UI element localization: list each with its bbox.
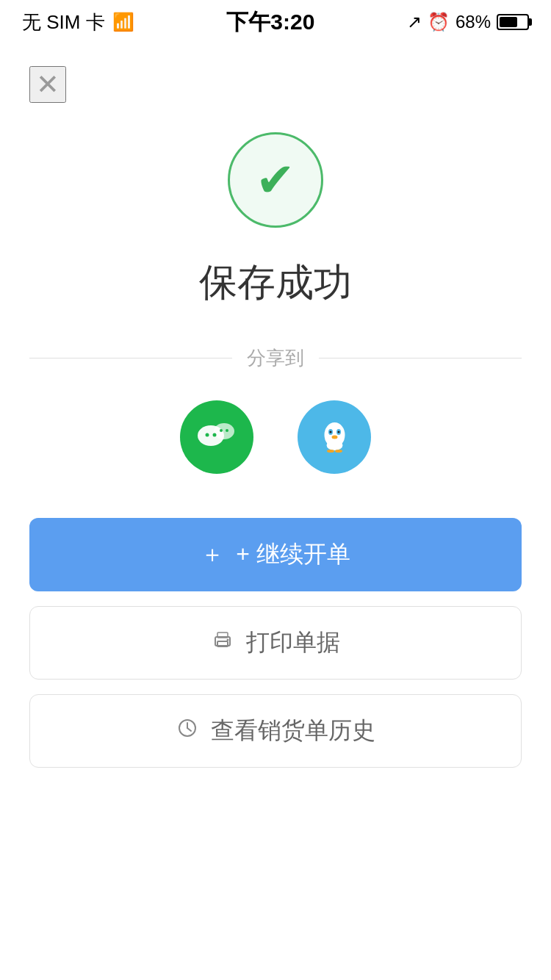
svg-point-18	[227, 639, 229, 641]
divider-left	[29, 358, 232, 359]
action-buttons: ＋ + 继续开单 打印单据	[29, 518, 522, 768]
wechat-share-button[interactable]	[180, 400, 253, 474]
success-title: 保存成功	[199, 257, 352, 309]
close-icon: ✕	[36, 68, 60, 101]
share-icons	[180, 400, 371, 474]
history-label: 查看销货单历史	[211, 715, 375, 747]
checkmark-icon: ✔	[256, 156, 295, 203]
share-divider: 分享到	[29, 345, 522, 371]
carrier-text: 无 SIM 卡	[22, 10, 105, 35]
svg-point-10	[337, 430, 339, 433]
battery-icon	[497, 14, 529, 30]
status-left: 无 SIM 卡 📶	[22, 10, 134, 35]
svg-point-11	[331, 435, 337, 439]
share-label: 分享到	[247, 345, 304, 371]
check-circle: ✔	[228, 132, 323, 228]
divider-right	[319, 358, 522, 359]
svg-point-2	[206, 433, 209, 437]
svg-point-12	[326, 440, 342, 450]
time-display: 下午3:20	[226, 7, 314, 37]
status-right: ↗ ⏰ 68%	[407, 12, 529, 32]
svg-point-4	[220, 429, 223, 432]
qq-share-button[interactable]	[298, 400, 371, 474]
plus-icon: ＋	[201, 538, 224, 571]
wechat-icon	[195, 415, 239, 459]
svg-point-13	[327, 450, 334, 453]
success-section: ✔ 保存成功 分享到	[29, 132, 522, 797]
qq-icon	[314, 417, 355, 458]
main-content: ✕ ✔ 保存成功 分享到	[0, 44, 551, 819]
svg-point-14	[335, 450, 342, 453]
print-button[interactable]: 打印单据	[29, 606, 522, 680]
print-label: 打印单据	[246, 627, 340, 659]
battery-percent: 68%	[455, 12, 491, 32]
svg-point-3	[213, 433, 217, 437]
alarm-icon: ⏰	[428, 12, 450, 32]
svg-point-1	[214, 423, 234, 439]
printer-icon	[211, 628, 234, 657]
close-button[interactable]: ✕	[29, 66, 66, 103]
status-bar: 无 SIM 卡 📶 下午3:20 ↗ ⏰ 68%	[0, 0, 551, 44]
continue-order-button[interactable]: ＋ + 继续开单	[29, 518, 522, 591]
location-icon: ↗	[407, 12, 422, 32]
svg-point-5	[226, 429, 228, 432]
history-icon	[176, 716, 199, 746]
view-history-button[interactable]: 查看销货单历史	[29, 694, 522, 768]
wifi-icon: 📶	[112, 12, 134, 32]
svg-point-9	[329, 430, 331, 433]
continue-order-label: + 继续开单	[236, 538, 350, 571]
svg-line-21	[187, 728, 191, 731]
